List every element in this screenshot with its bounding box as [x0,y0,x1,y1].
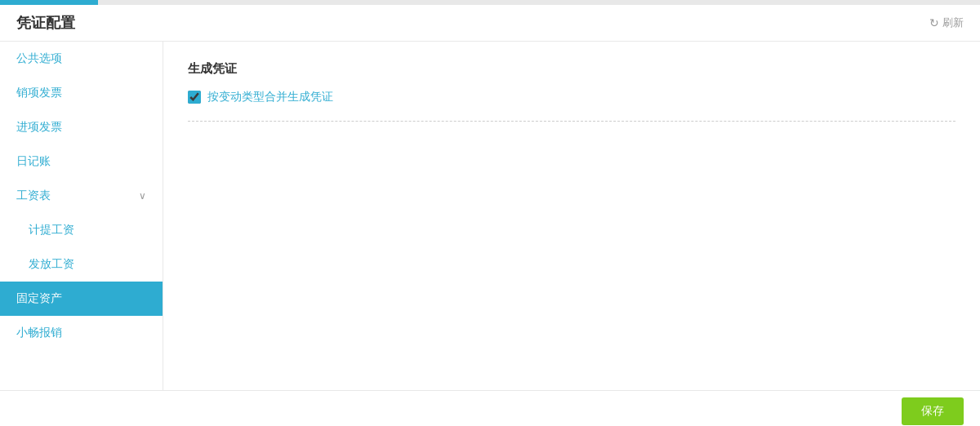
sidebar-item-payroll-table[interactable]: 工资表∨ [0,179,163,213]
header: 凭证配置 ↻ 刷新 [0,5,980,42]
divider [188,121,956,122]
refresh-button[interactable]: ↻ 刷新 [929,16,964,30]
sidebar-label-sales-invoice: 销项发票 [16,86,62,100]
merge-by-type-checkbox[interactable] [188,91,201,104]
sidebar-label-expense-report: 小畅报销 [16,326,62,340]
sidebar-item-journal[interactable]: 日记账 [0,144,163,179]
sidebar-item-fixed-assets[interactable]: 固定资产 [0,282,163,316]
main-content: 生成凭证 按变动类型合并生成凭证 [163,42,980,390]
chevron-down-icon: ∨ [139,190,146,202]
sidebar-label-distribute-payroll: 发放工资 [29,257,74,272]
sidebar-label-fixed-assets: 固定资产 [16,291,62,306]
sidebar-item-distribute-payroll[interactable]: 发放工资 [0,247,163,282]
sidebar-label-purchase-invoice: 进项发票 [16,120,62,135]
merge-by-type-row: 按变动类型合并生成凭证 [188,90,956,104]
sidebar-item-purchase-invoice[interactable]: 进项发票 [0,110,163,144]
refresh-label: 刷新 [942,16,964,30]
sidebar-label-journal: 日记账 [16,154,51,169]
top-tab-bar [0,0,980,5]
sidebar-label-public-options: 公共选项 [16,51,62,66]
sidebar-item-commission-payroll[interactable]: 计提工资 [0,213,163,247]
sidebar: 公共选项销项发票进项发票日记账工资表∨计提工资发放工资固定资产小畅报销 [0,42,163,390]
page-title: 凭证配置 [16,13,75,33]
save-button[interactable]: 保存 [902,397,964,425]
refresh-icon: ↻ [929,16,939,29]
sidebar-item-public-options[interactable]: 公共选项 [0,42,163,76]
merge-by-type-label[interactable]: 按变动类型合并生成凭证 [207,90,333,104]
footer: 保存 [0,390,980,426]
sidebar-label-payroll-table: 工资表 [16,189,51,203]
section-title: 生成凭证 [188,61,956,77]
sidebar-label-commission-payroll: 计提工资 [29,223,74,237]
sidebar-item-expense-report[interactable]: 小畅报销 [0,316,163,350]
sidebar-item-sales-invoice[interactable]: 销项发票 [0,76,163,110]
